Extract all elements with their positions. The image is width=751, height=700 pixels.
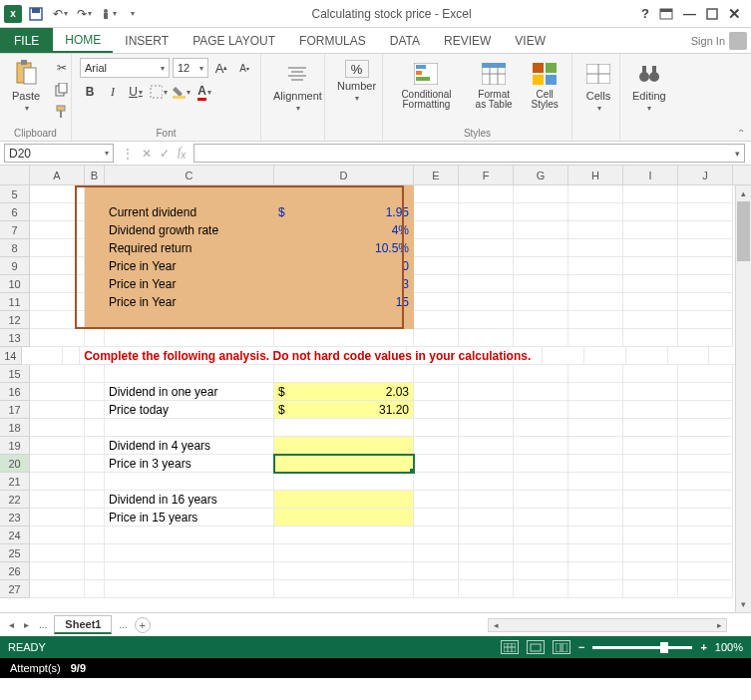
scroll-down-icon[interactable]: ▾ xyxy=(736,596,751,612)
cell-I21[interactable] xyxy=(623,473,678,491)
cell-J7[interactable] xyxy=(678,221,733,239)
cell-C27[interactable] xyxy=(105,580,274,598)
row-head-24[interactable]: 24 xyxy=(0,526,30,544)
cell-H19[interactable] xyxy=(568,437,623,455)
cell-J18[interactable] xyxy=(678,419,733,437)
cell-I7[interactable] xyxy=(623,221,678,239)
cell-F21[interactable] xyxy=(459,473,514,491)
row-head-20[interactable]: 20 xyxy=(0,455,30,473)
vscroll-track[interactable] xyxy=(736,201,751,596)
cell-I13[interactable] xyxy=(623,329,678,347)
row-head-14[interactable]: 14 xyxy=(0,347,22,365)
ribbon-display-icon[interactable] xyxy=(659,8,673,20)
cell-E22[interactable] xyxy=(414,491,459,509)
row-head-7[interactable]: 7 xyxy=(0,221,30,239)
cell-A17[interactable] xyxy=(30,401,85,419)
cell-G9[interactable] xyxy=(514,257,568,275)
cell-J5[interactable] xyxy=(678,185,733,203)
cell-E10[interactable] xyxy=(414,275,459,293)
cell-D23[interactable] xyxy=(274,509,414,526)
cell-H5[interactable] xyxy=(568,185,623,203)
sheet-more-left[interactable]: ... xyxy=(36,619,50,630)
cell-B26[interactable] xyxy=(85,562,105,580)
row-head-26[interactable]: 26 xyxy=(0,562,30,580)
cell-F8[interactable] xyxy=(459,239,514,257)
cell-E26[interactable] xyxy=(414,562,459,580)
cell-B22[interactable] xyxy=(85,491,105,509)
cell-E9[interactable] xyxy=(414,257,459,275)
cell-I18[interactable] xyxy=(623,419,678,437)
enter-formula-icon[interactable]: ✓ xyxy=(160,147,170,161)
page-break-view-icon[interactable] xyxy=(553,640,570,654)
row-head-11[interactable]: 11 xyxy=(0,293,30,311)
cell-G14[interactable] xyxy=(584,347,626,365)
row-head-17[interactable]: 17 xyxy=(0,401,30,419)
redo-icon[interactable]: ↷▾ xyxy=(74,4,94,24)
cell-J26[interactable] xyxy=(678,562,733,580)
cell-I17[interactable] xyxy=(623,401,678,419)
sign-in-link[interactable]: Sign In xyxy=(691,35,725,47)
cell-H23[interactable] xyxy=(568,509,623,526)
cell-E12[interactable] xyxy=(414,311,459,329)
normal-view-icon[interactable] xyxy=(501,640,519,654)
cell-B18[interactable] xyxy=(85,419,105,437)
cell-D25[interactable] xyxy=(274,544,414,562)
minimize-icon[interactable]: — xyxy=(683,6,696,21)
cell-G25[interactable] xyxy=(514,544,568,562)
cell-G16[interactable] xyxy=(514,383,568,401)
cell-A13[interactable] xyxy=(30,329,85,347)
cell-D21[interactable] xyxy=(274,473,414,491)
copy-icon[interactable] xyxy=(52,80,72,100)
row-head-13[interactable]: 13 xyxy=(0,329,30,347)
row-head-25[interactable]: 25 xyxy=(0,544,30,562)
cell-A8[interactable] xyxy=(30,239,85,257)
cell-C22[interactable]: Dividend in 16 years xyxy=(105,491,274,509)
cell-C14[interactable]: Complete the following analysis. Do not … xyxy=(80,347,407,365)
col-head-B[interactable]: B xyxy=(85,166,105,184)
page-layout-view-icon[interactable] xyxy=(527,640,545,654)
maximize-icon[interactable] xyxy=(706,8,718,20)
cell-C11[interactable]: Price in Year xyxy=(105,293,274,311)
cell-I25[interactable] xyxy=(623,544,678,562)
cell-E8[interactable] xyxy=(414,239,459,257)
cell-G21[interactable] xyxy=(514,473,568,491)
cell-H22[interactable] xyxy=(568,491,623,509)
cell-A21[interactable] xyxy=(30,473,85,491)
cell-H12[interactable] xyxy=(568,311,623,329)
cell-E16[interactable] xyxy=(414,383,459,401)
cell-F15[interactable] xyxy=(459,365,514,383)
cell-B25[interactable] xyxy=(85,544,105,562)
tab-file[interactable]: FILE xyxy=(0,28,53,53)
cell-E24[interactable] xyxy=(414,526,459,544)
cell-F5[interactable] xyxy=(459,185,514,203)
paste-button[interactable]: Paste ▾ xyxy=(8,58,44,115)
bold-button[interactable]: B xyxy=(80,82,100,102)
cell-I23[interactable] xyxy=(623,509,678,526)
col-head-J[interactable]: J xyxy=(678,166,733,184)
cell-A11[interactable] xyxy=(30,293,85,311)
zoom-out-icon[interactable]: − xyxy=(578,641,584,653)
cell-F25[interactable] xyxy=(459,544,514,562)
cell-C13[interactable] xyxy=(105,329,274,347)
fill-color-icon[interactable]: ▾ xyxy=(172,82,191,102)
fill-handle[interactable] xyxy=(410,469,414,473)
cell-F10[interactable] xyxy=(459,275,514,293)
cell-J15[interactable] xyxy=(678,365,733,383)
cell-B5[interactable] xyxy=(85,185,105,203)
cell-G11[interactable] xyxy=(514,293,568,311)
alignment-button[interactable]: Alignment▾ xyxy=(269,58,326,115)
cell-J17[interactable] xyxy=(678,401,733,419)
cell-G13[interactable] xyxy=(514,329,568,347)
editing-button[interactable]: Editing▾ xyxy=(628,58,670,115)
cell-H21[interactable] xyxy=(568,473,623,491)
cell-B6[interactable] xyxy=(85,203,105,221)
cell-J22[interactable] xyxy=(678,491,733,509)
row-head-15[interactable]: 15 xyxy=(0,365,30,383)
zoom-in-icon[interactable]: + xyxy=(700,641,706,653)
cut-icon[interactable]: ✂ xyxy=(52,58,72,78)
cell-C21[interactable] xyxy=(105,473,274,491)
cell-I16[interactable] xyxy=(623,383,678,401)
zoom-thumb[interactable] xyxy=(660,642,668,653)
format-as-table-button[interactable]: Format as Table xyxy=(468,58,521,112)
cell-C10[interactable]: Price in Year xyxy=(105,275,274,293)
